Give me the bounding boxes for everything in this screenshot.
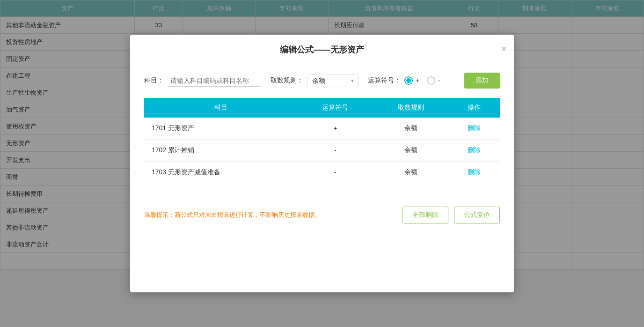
modal-body: 科目： 取数规则： 余额 借方 贷方 借方发生额 贷方发生额 ▼ (130, 63, 514, 202)
formula-table-row: 1703 无形资产减值准备 - 余额 删除 (144, 162, 500, 184)
cell-rule: 余额 (373, 118, 448, 140)
cell-subject: 1701 无形资产 (144, 118, 298, 140)
operator-label: 运算符号： (368, 76, 401, 85)
radio-plus-label: + (416, 77, 419, 84)
cell-action: 删除 (448, 162, 500, 184)
col-rule: 取数规则 (373, 98, 448, 118)
col-action: 操作 (448, 98, 500, 118)
rule-label: 取数规则： (271, 76, 303, 85)
operator-group: 运算符号： + - (368, 76, 440, 85)
radio-plus-item[interactable]: + (404, 76, 419, 85)
radio-minus-circle (427, 76, 435, 85)
modal-footer: 温馨提示：新公式只对未出报表进行计算，不影响历史报表数据。 全部删除 公式复位 (130, 202, 514, 228)
cell-action: 删除 (448, 140, 500, 162)
subject-group: 科目： (144, 75, 261, 87)
cell-subject: 1702 累计摊销 (144, 140, 298, 162)
cell-operator: - (298, 162, 373, 184)
footer-buttons: 全部删除 公式复位 (402, 207, 500, 223)
cell-operator: + (298, 118, 373, 140)
subject-input[interactable] (168, 75, 261, 87)
reset-formula-button[interactable]: 公式复位 (454, 207, 500, 223)
delete-all-button[interactable]: 全部删除 (402, 207, 448, 223)
col-subject: 科目 (144, 98, 298, 118)
hint-text: 温馨提示：新公式只对未出报表进行计算，不影响历史报表数据。 (144, 211, 321, 219)
radio-minus-label: - (438, 77, 440, 84)
delete-row-button[interactable]: 删除 (468, 124, 481, 132)
formula-table: 科目 运算符号 取数规则 操作 1701 无形资产 + 余额 删除 1702 累… (144, 98, 500, 183)
add-button[interactable]: 添加 (464, 73, 500, 89)
table-header-row: 科目 运算符号 取数规则 操作 (144, 98, 500, 118)
modal-close-button[interactable]: × (501, 45, 506, 53)
rule-select[interactable]: 余额 借方 贷方 借方发生额 贷方发生额 (307, 74, 359, 87)
cell-operator: - (298, 140, 373, 162)
subject-label: 科目： (144, 76, 164, 85)
radio-minus-item[interactable]: - (427, 76, 440, 85)
delete-row-button[interactable]: 删除 (468, 146, 481, 154)
cell-action: 删除 (448, 118, 500, 140)
formula-table-row: 1701 无形资产 + 余额 删除 (144, 118, 500, 140)
cell-subject: 1703 无形资产减值准备 (144, 162, 298, 184)
radio-group: + - (404, 76, 440, 85)
form-row: 科目： 取数规则： 余额 借方 贷方 借方发生额 贷方发生额 ▼ (144, 73, 500, 89)
delete-row-button[interactable]: 删除 (468, 168, 481, 176)
rule-group: 取数规则： 余额 借方 贷方 借方发生额 贷方发生额 ▼ (271, 74, 359, 87)
modal-title: 编辑公式——无形资产 (280, 45, 364, 54)
cell-rule: 余额 (373, 140, 448, 162)
modal-container: 编辑公式——无形资产 × 科目： 取数规则： 余额 借方 贷方 (130, 35, 514, 292)
modal-header: 编辑公式——无形资产 × (130, 35, 514, 63)
cell-rule: 余额 (373, 162, 448, 184)
rule-select-wrapper: 余额 借方 贷方 借方发生额 贷方发生额 ▼ (307, 74, 359, 87)
col-operator: 运算符号 (298, 98, 373, 118)
formula-table-row: 1702 累计摊销 - 余额 删除 (144, 140, 500, 162)
radio-plus-circle (404, 76, 413, 85)
modal-overlay: 编辑公式——无形资产 × 科目： 取数规则： 余额 借方 贷方 (0, 0, 644, 327)
